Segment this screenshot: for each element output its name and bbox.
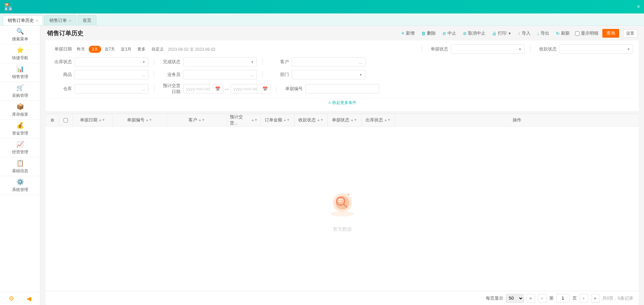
date-3days-btn[interactable]: 3天 [89,46,101,53]
order-no-input[interactable] [305,84,379,93]
collapse-more-conditions[interactable]: ∧ 收起更多条件 [51,98,633,107]
tab-close-sales-order-history[interactable]: × [36,18,38,23]
sidebar-item-label: 库存核算 [12,112,28,117]
filter-divider-4 [262,59,263,65]
date-custom-btn[interactable]: 自定义 [149,46,166,53]
product-input[interactable]: ... [75,70,148,79]
top-bar-close[interactable]: × [637,4,640,10]
th-amount[interactable]: 订单金额 ▲▼ [261,114,294,126]
th-order-no-label: 单据编号 [127,117,144,123]
delete-button[interactable]: 🗑 删除 [420,30,437,37]
filter-divider-3 [154,59,154,65]
table-area: ⚙ 单据日期 ▲▼ 单据编号 ▲▼ 客户 ▲▼ 预计交货... [46,114,639,305]
print-label: 打印 [498,30,507,36]
settings-button[interactable]: 设置 [623,29,637,38]
department-select[interactable]: ▼ [292,70,366,79]
last-page-icon: » [594,296,596,301]
th-ship-status-label: 出库状态 [366,117,383,123]
page-size-select[interactable]: 10 20 50 100 [506,294,524,303]
date-7days-btn[interactable]: 近7天 [102,46,118,53]
th-order-status[interactable]: 单据状态 ▲▼ [328,114,361,126]
th-order-status-label: 单据状态 [332,117,349,123]
customer-dots-icon[interactable]: ... [359,60,362,65]
sidebar-item-purchase-mgmt[interactable]: 🛒 采购管理 [0,82,40,101]
date-filter-value: 昨天 3天 近7天 近1月 更多 自定义 2023-06-02 至 2023-0… [75,46,416,53]
stop-icon: ⊘ [442,31,446,36]
sidebar-settings-btn[interactable]: ⚙ [9,295,14,302]
warehouse-dots-icon[interactable]: ... [142,86,145,91]
sidebar-item-inventory[interactable]: 📦 库存核算 [0,101,40,120]
filter-row-4: 仓库 ... 预计交货日期 yyyy-mm-dd 📅 — yyyy-mm-dd … [51,83,633,95]
order-status-select[interactable]: ▼ [451,44,525,54]
filter-row-2: 出库状态 ▼ 完成状态 ▼ 客户 ... [51,57,633,67]
date-more-btn[interactable]: 更多 [135,46,148,53]
sidebar-item-finance[interactable]: 💰 资金管理 [0,120,40,139]
stop-button[interactable]: ⊘ 中止 [441,30,458,37]
sidebar-item-label: 搜索菜单 [12,36,28,42]
quick-nav-icon: ⭐ [16,46,24,54]
th-customer-label: 客户 [188,117,197,123]
tab-sales-order[interactable]: 销售订单 × [44,15,76,25]
calendar-start-icon[interactable]: 📅 [215,86,220,91]
payment-status-select[interactable]: ▼ [559,44,633,54]
table-header: ⚙ 单据日期 ▲▼ 单据编号 ▲▼ 客户 ▲▼ 预计交货... [46,114,639,126]
filter-divider-2 [530,46,530,52]
th-delivery-label: 预计交货... [230,114,250,126]
order-status-label: 单据状态 [427,46,451,52]
customer-label: 客户 [268,59,292,65]
page-number-input[interactable] [556,294,570,303]
th-delivery[interactable]: 预计交货... ▲▼ [227,114,261,126]
th-settings[interactable]: ⚙ [46,114,59,126]
date-yesterday-btn[interactable]: 昨天 [75,46,87,53]
import-icon: ↑ [518,31,520,36]
date-filter-label: 单据日期 [51,46,75,52]
query-button[interactable]: 查询 [602,29,619,38]
empty-illustration: ✦ ✦ [324,185,361,222]
export-button[interactable]: ↓ 导出 [536,30,551,37]
tab-home[interactable]: 首页 [78,15,96,25]
tab-close-sales-order[interactable]: × [69,18,71,23]
new-button[interactable]: + 新增 [400,30,416,37]
refresh-button[interactable]: ↻ 刷新 [555,30,571,37]
th-order-no[interactable]: 单据编号 ▲▼ [113,114,167,126]
delivery-date-end-input[interactable]: yyyy-mm-dd 📅 [230,84,271,93]
warehouse-input[interactable]: ... [75,84,148,93]
display-toggle-checkbox[interactable] [575,31,579,36]
next-page-button[interactable]: › [579,294,588,303]
sidebar-item-operations[interactable]: 📈 经营管理 [0,139,40,157]
customer-input[interactable]: ... [292,57,366,67]
filter-divider-5 [154,71,154,78]
new-icon: + [401,30,404,36]
sidebar-item-sys-mgmt[interactable]: ⚙️ 系统管理 [0,176,40,195]
last-page-button[interactable]: » [591,294,600,303]
cancel-stop-icon: ⊘ [463,31,467,36]
th-pay-status[interactable]: 收款状态 ▲▼ [294,114,328,126]
date-1month-btn[interactable]: 近1月 [119,46,134,53]
sidebar-item-label: 资金管理 [12,130,28,136]
payment-status-arrow-icon: ▼ [627,47,630,51]
salesperson-input[interactable]: ... [183,70,257,79]
sidebar-item-quick-nav[interactable]: ⭐ 快捷导航 [0,44,40,63]
sidebar-collapse-btn[interactable]: ◀ [27,295,31,302]
product-dots-icon[interactable]: ... [142,72,145,77]
calendar-end-icon[interactable]: 📅 [262,86,268,91]
first-page-button[interactable]: « [526,294,535,303]
import-button[interactable]: ↑ 导入 [517,30,532,37]
th-date[interactable]: 单据日期 ▲▼ [73,114,113,126]
cancel-stop-label: 取消中止 [468,30,485,36]
sidebar-item-search-menu[interactable]: 🔍 搜索菜单 [0,26,40,44]
sidebar-item-sales-mgmt[interactable]: 📊 销售管理 [0,63,40,82]
print-button[interactable]: 🖨 打印 ▼ [491,30,513,37]
cancel-stop-button[interactable]: ⊘ 取消中止 [462,30,487,37]
prev-page-button[interactable]: ‹ [538,294,547,303]
salesperson-dots-icon[interactable]: ... [250,72,254,77]
tab-sales-order-history[interactable]: 销售订单历史 × [3,15,43,25]
delivery-date-start-input[interactable]: yyyy-mm-dd 📅 [183,84,223,93]
complete-status-select[interactable]: ▼ [183,57,257,67]
sidebar-item-base-info[interactable]: 📋 基础信息 [0,157,40,176]
th-ship-status[interactable]: 出库状态 ▲▼ [361,114,395,126]
th-customer[interactable]: 客户 ▲▼ [167,114,227,126]
delivery-status-select[interactable]: ▼ [75,57,148,67]
th-checkbox[interactable] [59,114,73,126]
select-all-checkbox[interactable] [63,118,68,122]
